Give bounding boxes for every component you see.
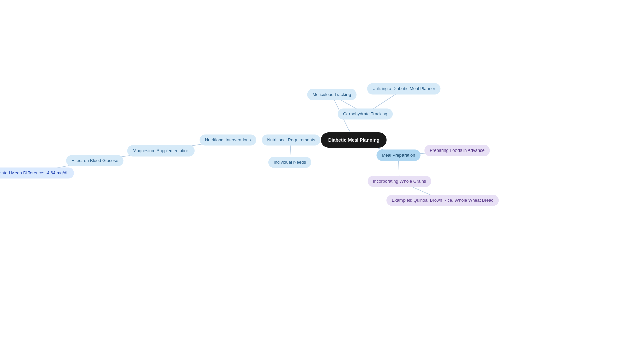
individual-needs[interactable]: Individual Needs [268, 157, 311, 168]
magnesium-supplementation[interactable]: Magnesium Supplementation [127, 145, 195, 157]
meticulous-tracking[interactable]: Meticulous Tracking [307, 89, 357, 100]
examples-quinoa[interactable]: Examples: Quinoa, Brown Rice, Whole Whea… [386, 195, 499, 206]
center-node[interactable]: Diabetic Meal Planning [321, 132, 387, 148]
connection-lines [0, 0, 644, 363]
carbohydrate-tracking[interactable]: Carbohydrate Tracking [338, 109, 393, 120]
meal-preparation[interactable]: Meal Preparation [377, 150, 421, 161]
weighted-mean-difference[interactable]: Weighted Mean Difference: -4.64 mg/dL [0, 168, 74, 179]
utilizing-diabetic-meal-planner[interactable]: Utilizing a Diabetic Meal Planner [367, 83, 440, 95]
incorporating-whole-grains[interactable]: Incorporating Whole Grains [368, 176, 431, 187]
effect-on-blood-glucose[interactable]: Effect on Blood Glucose [66, 155, 123, 166]
preparing-foods-in-advance[interactable]: Preparing Foods in Advance [424, 145, 490, 156]
nutritional-interventions[interactable]: Nutritional Interventions [200, 135, 256, 146]
nutritional-requirements[interactable]: Nutritional Requirements [262, 135, 320, 146]
